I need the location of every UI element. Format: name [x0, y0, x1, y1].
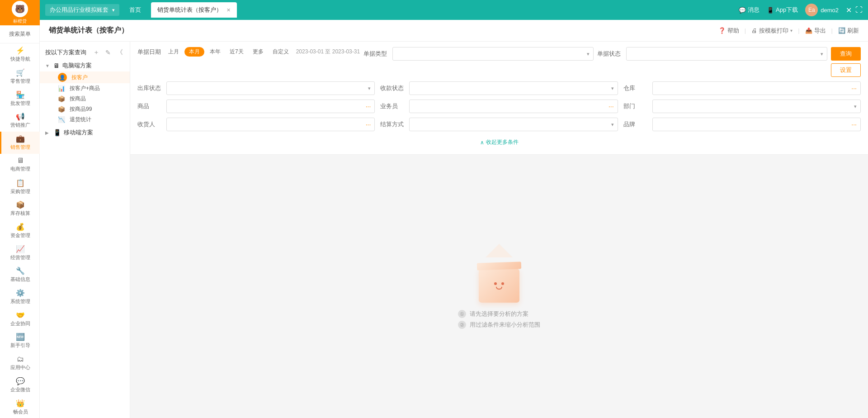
salesperson-input[interactable]: ··· — [409, 100, 618, 113]
sidebar-item-inventory[interactable]: 📦 库存核算 — [0, 198, 40, 220]
sidebar-item-operations[interactable]: 📈 经营管理 — [0, 242, 40, 264]
print-icon: 🖨 — [751, 27, 757, 34]
dept-arrow: ▾ — [854, 104, 857, 109]
warehouse-input[interactable]: ··· — [652, 81, 861, 95]
warehouse-label: 仓库 — [623, 84, 649, 92]
out-status-label: 出库状态 — [137, 84, 163, 92]
query-button[interactable]: 查询 — [831, 47, 861, 61]
date-filter-group: 单据日期 上月 本月 本年 近7天 更多 自定义 2023-03-01 至 20… — [137, 47, 360, 57]
sidebar-item-purchase[interactable]: 📋 采购管理 — [0, 176, 40, 198]
out-status-group: 出库状态 ▾ — [137, 81, 375, 95]
user-menu[interactable]: Ea demo2 — [805, 4, 839, 16]
tab-home[interactable]: 首页 — [123, 2, 147, 18]
print-btn[interactable]: 🖨 按模板打印 ▾ — [751, 27, 793, 35]
out-status-select[interactable]: ▾ — [166, 81, 375, 95]
goods-dots[interactable]: ··· — [366, 103, 371, 110]
scheme-by-customer-goods[interactable]: 📊 按客户+商品 — [40, 83, 130, 94]
date-this-month[interactable]: 本月 — [184, 47, 204, 57]
scheme-by-goods[interactable]: 📦 按商品 — [40, 94, 130, 104]
sidebar-item-system[interactable]: ⚙️ 系统管理 — [0, 286, 40, 308]
order-status-select[interactable]: ▾ — [626, 47, 827, 61]
box-eyes — [494, 282, 504, 285]
right-panel: 单据日期 上月 本月 本年 近7天 更多 自定义 2023-03-01 至 20… — [130, 42, 868, 418]
scheme-by-goods-99[interactable]: 📦 按商品99 — [40, 104, 130, 114]
collapse-filter-btn[interactable]: ∧ 收起更多条件 — [137, 136, 861, 149]
retail-label: 零售管理 — [10, 78, 30, 85]
sidebar-item-retail[interactable]: 🛒 零售管理 — [0, 66, 40, 88]
scheme-by-customer[interactable]: 👤 按客户 — [40, 71, 130, 83]
sidebar-item-ecommerce[interactable]: 🖥 电商管理 — [0, 154, 40, 176]
export-btn[interactable]: 📤 导出 — [805, 27, 826, 35]
operations-label: 经营管理 — [10, 254, 30, 261]
sidebar-item-sales[interactable]: 💼 销售管理 — [0, 132, 40, 154]
subheader-actions: ❓ 帮助 | 🖨 按模板打印 ▾ | 📤 导出 | 🔄 刷新 — [718, 27, 859, 35]
receiver-dots[interactable]: ··· — [366, 121, 371, 128]
left-panel-title: 按以下方案查询 — [45, 48, 86, 57]
sidebar-item-wechat[interactable]: 💬 企业微信 — [0, 374, 40, 396]
empty-box — [479, 269, 519, 303]
sidebar-item-basic[interactable]: 🔧 基础信息 — [0, 264, 40, 286]
salesperson-dots[interactable]: ··· — [609, 103, 614, 110]
brand-input[interactable]: ··· — [652, 118, 861, 131]
tab-sales-stats[interactable]: 销货单统计表（按客户） ✕ — [151, 2, 237, 18]
box-mouth — [496, 287, 502, 290]
industry-select[interactable]: 办公用品行业模拟账套 ▾ — [45, 4, 119, 16]
sidebar-item-member[interactable]: 👑 畅会员 — [0, 396, 40, 418]
goods-group: 商品 ··· — [137, 100, 375, 113]
industry-arrow: ▾ — [112, 7, 115, 13]
app-logo[interactable]: 🐻 标橙贷 — [0, 0, 40, 25]
topbar: 办公用品行业模拟账套 ▾ 首页 销货单统计表（按客户） ✕ 💬 消息 📱 App… — [40, 0, 868, 20]
empty-hint-2: ② 用过滤条件来缩小分析范围 — [458, 321, 540, 329]
receiver-input[interactable]: ··· — [166, 118, 375, 131]
collapse-panel-btn[interactable]: 《 — [115, 48, 124, 57]
tree-mobile-group[interactable]: ▶ 📱 移动端方案 — [40, 127, 130, 138]
date-range-display: 2023-03-01 至 2023-03-31 — [296, 48, 360, 56]
logo-label: 标橙贷 — [13, 18, 27, 24]
date-custom[interactable]: 自定义 — [269, 47, 292, 57]
sidebar-item-shortcut[interactable]: ⚡ 快捷导航 — [0, 43, 40, 66]
scheme-return-stats[interactable]: 📉 退货统计 — [40, 114, 130, 125]
date-shortcuts: 上月 本月 本年 近7天 更多 自定义 2023-03-01 至 2023-03… — [165, 47, 360, 57]
empty-hints: ① 请先选择要分析的方案 ② 用过滤条件来缩小分析范围 — [458, 310, 540, 329]
edit-scheme-btn[interactable]: ✎ — [104, 48, 113, 57]
brand-dots[interactable]: ··· — [851, 121, 857, 128]
order-type-group: 单据类型 ▾ — [363, 47, 594, 61]
sidebar-item-appcenter[interactable]: 🗂 应用中心 — [0, 352, 40, 374]
sidebar-item-marketing[interactable]: 📢 营销推广 — [0, 109, 40, 132]
date-last-month[interactable]: 上月 — [165, 47, 183, 57]
receive-status-label: 收款状态 — [380, 84, 406, 92]
date-more[interactable]: 更多 — [249, 47, 267, 57]
sidebar-item-finance[interactable]: 💰 资金管理 — [0, 220, 40, 242]
message-btn[interactable]: 💬 消息 — [739, 6, 760, 14]
add-scheme-btn[interactable]: ＋ — [92, 48, 101, 57]
sidebar-item-enterprise[interactable]: 🤝 企业协同 — [0, 308, 40, 330]
dept-label: 部门 — [623, 102, 649, 110]
left-panel: 按以下方案查询 ＋ ✎ 《 ▼ 🖥 电脑端方案 👤 按客户 📊 — [40, 42, 130, 418]
tab-close-btn[interactable]: ✕ — [226, 7, 231, 13]
goods-input[interactable]: ··· — [166, 100, 375, 113]
refresh-btn[interactable]: 🔄 刷新 — [838, 27, 859, 35]
warehouse-dots[interactable]: ··· — [851, 85, 857, 92]
setting-button[interactable]: 设置 — [831, 63, 861, 77]
tree-desktop-group[interactable]: ▼ 🖥 电脑端方案 — [40, 60, 130, 71]
sidebar-item-newbie[interactable]: 🆕 新手引导 — [0, 330, 40, 352]
maximize-window-btn[interactable]: ⛶ — [855, 6, 863, 14]
search-menu-item[interactable]: 搜索菜单 — [0, 25, 40, 43]
ecommerce-icon: 🖥 — [17, 157, 24, 165]
warehouse-group: 仓库 ··· — [623, 81, 861, 95]
scheme-by-goods-label: 按商品 — [70, 95, 86, 103]
marketing-label: 营销推广 — [10, 122, 30, 128]
dept-select[interactable]: ▾ — [652, 100, 861, 113]
date-this-year[interactable]: 本年 — [206, 47, 224, 57]
receive-status-select[interactable]: ▾ — [409, 81, 618, 95]
settlement-select[interactable]: ▾ — [409, 118, 618, 131]
sidebar-item-wholesale[interactable]: 🏪 批发管理 — [0, 87, 40, 109]
order-type-select[interactable]: ▾ — [392, 47, 594, 61]
date-last-7-days[interactable]: 近7天 — [226, 47, 247, 57]
app-download-btn[interactable]: 📱 App下载 — [767, 6, 798, 14]
enterprise-label: 企业协同 — [10, 320, 30, 327]
close-window-btn[interactable]: ✕ — [846, 6, 852, 14]
help-btn[interactable]: ❓ 帮助 — [718, 27, 739, 35]
order-type-label: 单据类型 — [363, 50, 389, 58]
settlement-arrow: ▾ — [611, 122, 614, 128]
